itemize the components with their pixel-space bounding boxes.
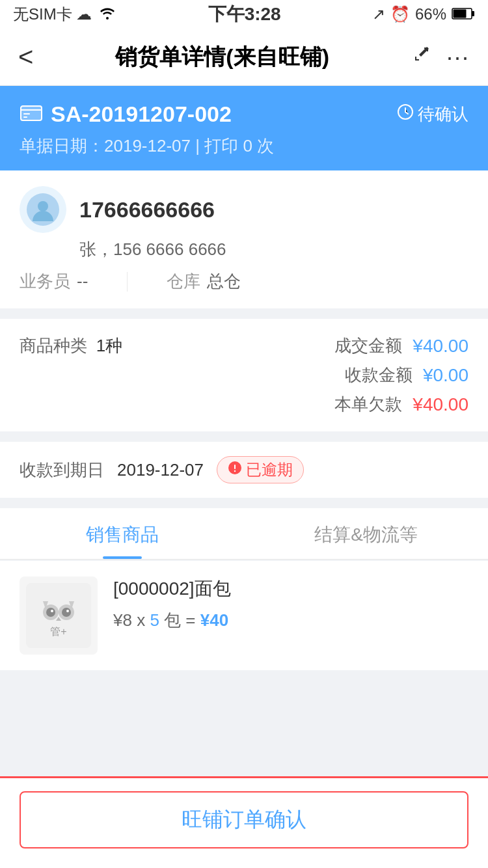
share-button[interactable]	[411, 45, 431, 69]
price-equals: =	[185, 610, 200, 630]
more-button[interactable]: ···	[446, 44, 470, 71]
status-left: 无SIM卡 ☁	[13, 4, 116, 25]
meta-divider	[127, 272, 128, 292]
status-bar: 无SIM卡 ☁ 下午3:28 ↗ ⏰ 66%	[0, 0, 488, 29]
tabs-container: 销售商品 结算&物流等	[0, 508, 488, 560]
deal-value: ¥40.00	[413, 336, 468, 357]
overdue-label: 收款到期日	[20, 459, 104, 481]
svg-rect-1	[472, 11, 474, 16]
price-qty: 5	[150, 610, 159, 630]
owed-value: ¥40.00	[413, 394, 468, 415]
wifi-icon	[98, 5, 116, 23]
summary-left: 商品种类 1种	[20, 334, 122, 357]
overdue-date: 2019-12-07	[117, 460, 204, 480]
confirm-order-button[interactable]: 旺铺订单确认	[20, 791, 468, 848]
warehouse-value: 总仓	[207, 270, 241, 293]
customer-detail: 张，156 6666 6666	[20, 238, 468, 261]
svg-rect-11	[26, 583, 91, 648]
payment-amount-row: 收款金额 ¥0.00	[345, 364, 468, 387]
customer-meta: 业务员 -- 仓库 总仓	[20, 270, 468, 293]
battery-status: 66%	[415, 5, 446, 23]
svg-point-10	[234, 470, 236, 472]
order-id: SA-20191207-002	[20, 102, 232, 127]
svg-point-14	[46, 608, 55, 617]
order-status: 待确认	[397, 103, 468, 126]
deal-amount-row: 成交金额 ¥40.00	[334, 334, 468, 357]
avatar	[20, 186, 66, 233]
kinds-value: 1种	[96, 336, 122, 355]
bottom-spacer	[0, 681, 488, 772]
svg-point-16	[51, 610, 53, 612]
battery-icon	[452, 5, 475, 23]
price-unit: 包	[164, 610, 181, 630]
summary-section: 商品种类 1种 成交金额 ¥40.00 收款金额 ¥0.00 本单欠款 ¥40.…	[0, 319, 488, 431]
alarm-icon: ⏰	[390, 5, 410, 23]
salesperson-item: 业务员 --	[20, 270, 88, 293]
svg-rect-4	[23, 113, 30, 115]
nav-bar: < 销货单详情(来自旺铺) ···	[0, 29, 488, 86]
order-header: SA-20191207-002 待确认 单据日期：2019-12-07 | 打印…	[0, 86, 488, 170]
price-total: ¥40	[200, 610, 228, 630]
confirm-btn-container: 旺铺订单确认	[0, 776, 488, 868]
page-title: 销货单详情(来自旺铺)	[115, 42, 329, 72]
svg-rect-3	[21, 106, 42, 120]
svg-rect-9	[234, 465, 236, 469]
tab-settlement[interactable]: 结算&物流等	[244, 508, 488, 559]
back-button[interactable]: <	[18, 42, 33, 72]
warehouse-item: 仓库 总仓	[167, 270, 241, 293]
product-info: [0000002]面包 ¥8 x 5 包 = ¥40	[113, 576, 468, 632]
tab-sales-goods[interactable]: 销售商品	[0, 508, 244, 559]
overdue-badge: 已逾期	[217, 456, 304, 483]
kinds-label: 商品种类	[20, 336, 87, 355]
customer-name: 17666666666	[79, 197, 215, 223]
warning-icon	[228, 461, 242, 479]
salesperson-value: --	[77, 271, 88, 292]
overdue-section: 收款到期日 2019-12-07 已逾期	[0, 442, 488, 498]
customer-section: 17666666666 张，156 6666 6666 业务员 -- 仓库 总仓	[0, 170, 488, 308]
customer-row: 17666666666	[20, 186, 468, 233]
price-multiply: x	[137, 610, 150, 630]
warehouse-label: 仓库	[167, 270, 200, 293]
product-name: [0000002]面包	[113, 576, 468, 601]
svg-text:管+: 管+	[50, 626, 66, 637]
status-time: 下午3:28	[208, 2, 281, 27]
svg-point-15	[62, 608, 71, 617]
product-thumbnail: 管+	[20, 576, 98, 655]
payment-label: 收款金额	[345, 364, 413, 387]
summary-right: 成交金额 ¥40.00 收款金额 ¥0.00 本单欠款 ¥40.00	[334, 334, 468, 416]
payment-value: ¥0.00	[423, 365, 468, 386]
order-id-row: SA-20191207-002 待确认	[20, 102, 468, 127]
product-section: 管+ [0000002]面包 ¥8 x 5 包 = ¥40	[0, 561, 488, 670]
salesperson-label: 业务员	[20, 270, 70, 293]
svg-point-7	[38, 201, 48, 211]
order-icon	[20, 102, 43, 127]
sim-status: 无SIM卡 ☁	[13, 4, 92, 25]
product-price: ¥8 x 5 包 = ¥40	[113, 609, 468, 632]
owed-amount-row: 本单欠款 ¥40.00	[334, 393, 468, 416]
order-date: 单据日期：2019-12-07 | 打印 0 次	[20, 135, 468, 157]
svg-rect-5	[23, 116, 27, 118]
deal-label: 成交金额	[334, 334, 402, 357]
svg-point-17	[66, 610, 69, 612]
location-icon: ↗	[372, 5, 385, 23]
svg-rect-2	[454, 10, 467, 18]
owed-label: 本单欠款	[334, 393, 402, 416]
nav-actions: ···	[411, 44, 470, 71]
avatar-icon	[27, 193, 59, 226]
kinds-row: 商品种类 1种	[20, 334, 122, 357]
clock-icon	[397, 103, 414, 125]
status-right: ↗ ⏰ 66%	[372, 5, 475, 23]
price-base: ¥8	[113, 610, 132, 630]
